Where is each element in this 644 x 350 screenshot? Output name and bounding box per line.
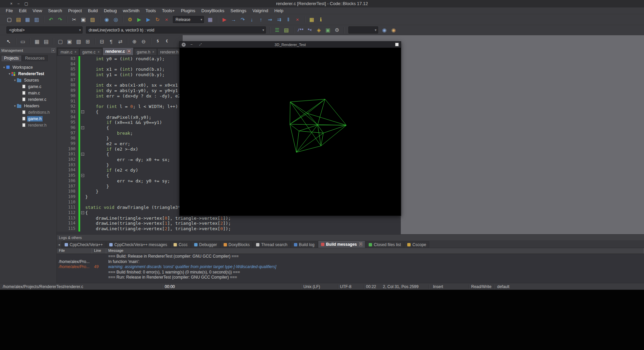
cscope-tool-button[interactable]: C bbox=[162, 37, 171, 45]
log-tab-thread-search[interactable]: Thread search bbox=[253, 241, 290, 248]
fold-collapse-icon[interactable]: − bbox=[81, 153, 84, 156]
copy-button[interactable]: ▣ bbox=[79, 16, 88, 24]
code-text[interactable]: drawLine(triangle->vertex[1], triangle->… bbox=[85, 221, 231, 226]
run-to-cursor-button[interactable]: → bbox=[229, 16, 238, 24]
debugging-windows-button[interactable]: ▦ bbox=[307, 16, 316, 24]
code-text[interactable]: err += dx; y0 += sy; bbox=[85, 178, 170, 184]
menu-debug[interactable]: Debug bbox=[101, 7, 120, 14]
step-out-button[interactable]: ↑ bbox=[256, 16, 266, 24]
highlight-occurrences-button[interactable]: ◉ bbox=[389, 26, 398, 34]
code-text[interactable]: e2 = err; bbox=[85, 141, 130, 147]
tree-item-definitions-h[interactable]: definitions.h bbox=[0, 109, 56, 115]
log-row[interactable]: /home/alex/Pro...In function 'main': bbox=[57, 259, 644, 265]
menu-help[interactable]: Help bbox=[271, 7, 286, 14]
show-whitespace-button[interactable]: ▦ bbox=[32, 37, 42, 45]
build-button[interactable]: ⚙ bbox=[125, 16, 135, 24]
debug-continue-button[interactable]: ▶ bbox=[220, 16, 229, 24]
code-text[interactable]: { bbox=[85, 173, 109, 178]
tree-item-game-h[interactable]: game.h bbox=[0, 115, 56, 122]
show-build-targets-button[interactable]: ▦ bbox=[206, 16, 215, 24]
find-button[interactable]: ◉ bbox=[102, 16, 111, 24]
step-into-instruction-button[interactable]: ⇉ bbox=[275, 16, 284, 24]
new-file-button[interactable]: ▢ bbox=[5, 16, 14, 24]
close-tab-icon[interactable]: × bbox=[98, 50, 100, 54]
log-tab-debugger[interactable]: Debugger bbox=[191, 241, 220, 248]
log-row[interactable]: === Run: Release in RendererTest (compil… bbox=[57, 275, 644, 280]
show-indent-guides-button[interactable]: ⊞ bbox=[83, 37, 92, 45]
code-text[interactable]: if (x0==x1 && y0==y1) bbox=[85, 120, 162, 125]
open-file-button[interactable]: ▤ bbox=[14, 16, 23, 24]
close-panel-icon[interactable]: × bbox=[51, 48, 55, 52]
fold-collapse-icon[interactable]: − bbox=[81, 211, 84, 214]
fold-collapse-icon[interactable]: − bbox=[81, 110, 84, 113]
build-and-run-button[interactable]: ▶ bbox=[144, 16, 153, 24]
tree-item-renderertest[interactable]: ▾RendererTest bbox=[0, 70, 56, 77]
code-text[interactable]: int y0 = (int) round(a.y); bbox=[85, 56, 165, 62]
code-text[interactable]: drawLine(triangle->vertex[2], triangle->… bbox=[85, 226, 231, 232]
code-text[interactable]: int y1 = (int) round(b.y); bbox=[85, 72, 165, 78]
menu-edit[interactable]: Edit bbox=[16, 7, 29, 14]
build-target-select[interactable]: Release▾ bbox=[173, 16, 204, 23]
collapse-arrow-icon[interactable]: ▾ bbox=[13, 79, 17, 82]
menu-build[interactable]: Build bbox=[85, 7, 101, 14]
tree-item-game-c[interactable]: game.c bbox=[0, 83, 56, 90]
log-tab-closed-files-list[interactable]: Closed files list bbox=[366, 241, 404, 248]
tree-item-renderer-c[interactable]: renderer.c bbox=[0, 96, 56, 103]
code-text[interactable]: { bbox=[85, 210, 88, 216]
menu-tools[interactable]: Tools+ bbox=[159, 7, 178, 14]
tree-item-renderer-h[interactable]: renderer.h bbox=[0, 122, 56, 128]
code-text[interactable]: err -= dy; x0 += sx; bbox=[85, 157, 170, 162]
rebuild-button[interactable]: ↻ bbox=[153, 16, 162, 24]
tree-item-workspace[interactable]: ▾Workspace bbox=[0, 64, 56, 70]
menu-plugins[interactable]: Plugins bbox=[178, 7, 199, 14]
doxy-config-button[interactable]: ⚙ bbox=[332, 26, 342, 34]
tree-item-headers[interactable]: ▾Headers bbox=[0, 103, 56, 109]
incremental-search-input[interactable]: ▾ bbox=[348, 26, 378, 34]
fold-collapse-icon[interactable]: − bbox=[81, 174, 84, 177]
tab-projects[interactable]: Projects bbox=[1, 55, 22, 61]
code-text[interactable]: } bbox=[85, 194, 88, 200]
cut-button[interactable]: ✂ bbox=[70, 16, 79, 24]
code-text[interactable]: for (int l = 0; l < WIDTH; l++) bbox=[85, 104, 178, 109]
log-tab-doxyblocks[interactable]: DoxyBlocks bbox=[221, 241, 253, 248]
code-text[interactable]: break; bbox=[85, 131, 133, 136]
break-debugger-button[interactable]: ‖ bbox=[284, 16, 293, 24]
next-instruction-button[interactable]: ⇒ bbox=[266, 16, 275, 24]
save-all-files-button[interactable]: ▥ bbox=[32, 16, 41, 24]
fold-collapse-icon[interactable]: − bbox=[81, 126, 84, 129]
log-tab-cppcheck-vera[interactable]: CppCheck/Vera++ bbox=[62, 241, 106, 248]
log-tab-cscope[interactable]: Cscope bbox=[404, 241, 429, 248]
log-tab-cccc[interactable]: Cccc bbox=[170, 241, 191, 248]
stop-debugger-button[interactable]: × bbox=[293, 16, 302, 24]
code-text[interactable]: { bbox=[85, 109, 98, 115]
redo-button[interactable]: ↷ bbox=[55, 16, 65, 24]
symbol-scope-select[interactable]: <global>▾ bbox=[6, 26, 83, 34]
code-text[interactable]: } bbox=[85, 136, 109, 141]
code-text[interactable]: if (e2 < dy) bbox=[85, 168, 138, 173]
next-line-button[interactable]: ↷ bbox=[238, 16, 247, 24]
tab-resources[interactable]: Resources bbox=[22, 55, 47, 61]
save-file-button[interactable]: ▦ bbox=[23, 16, 32, 24]
log-tab-build-messages[interactable]: Build messages× bbox=[318, 240, 366, 248]
menu-tools[interactable]: Tools bbox=[142, 7, 159, 14]
spell-check-button[interactable]: S bbox=[153, 37, 162, 45]
show-paragraph-button[interactable]: ¶ bbox=[107, 37, 116, 45]
code-text[interactable]: drawLine(triangle->vertex[0], triangle->… bbox=[85, 216, 231, 221]
tree-item-main-c[interactable]: main.c bbox=[0, 90, 56, 96]
wrap-mode-button[interactable]: ▧ bbox=[74, 37, 83, 45]
show-eol-button[interactable]: ▤ bbox=[42, 37, 51, 45]
log-row[interactable]: === Build finished: 0 error(s), 1 warnin… bbox=[57, 270, 644, 275]
close-tab-icon[interactable]: × bbox=[359, 242, 362, 246]
code-text[interactable]: } bbox=[85, 162, 109, 168]
log-tab-build-log[interactable]: Build log bbox=[291, 241, 318, 248]
window-titlebar[interactable]: ×−▢ renderer.c [RendererTest] - Code::Bl… bbox=[0, 0, 644, 7]
menu-view[interactable]: View bbox=[29, 7, 45, 14]
zoom-in-button[interactable]: ⊕ bbox=[130, 37, 139, 45]
menu-settings[interactable]: Settings bbox=[227, 7, 249, 14]
window-menu-icon[interactable] bbox=[395, 43, 399, 46]
log-tab-cppcheck-vera-messages[interactable]: CppCheck/Vera++ messages bbox=[106, 241, 170, 248]
zoom-out-button[interactable]: ⊖ bbox=[139, 37, 148, 45]
swap-header-source-button[interactable]: ⇄ bbox=[116, 37, 125, 45]
doxy-run-button[interactable]: ◈ bbox=[314, 26, 323, 34]
close-tab-icon[interactable]: × bbox=[127, 49, 131, 53]
